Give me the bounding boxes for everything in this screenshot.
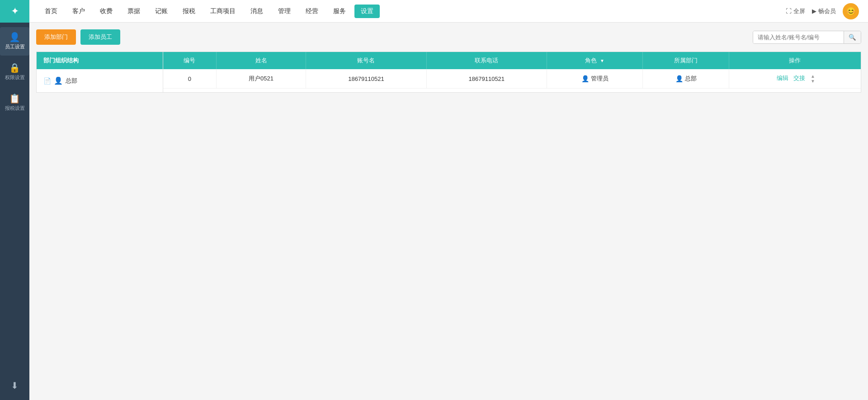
cell-name: 用户0521 [216, 69, 306, 89]
logo: ✦ [0, 0, 29, 23]
file-icon: 📄 [43, 77, 51, 85]
fullscreen-icon: ⛶ [786, 8, 792, 14]
permission-icon: 🔒 [9, 63, 20, 72]
dept-role-icon: 👤 [675, 75, 683, 82]
dept-tree-header: 部门组织结构 [37, 52, 163, 69]
nav-item-message[interactable]: 消息 [244, 5, 269, 18]
member-btn[interactable]: ▶ 畅会员 [812, 7, 836, 15]
employee-icon: 👤 [9, 33, 20, 42]
toolbar: 添加部门 添加员工 🔍 [36, 29, 861, 45]
col-header-role[interactable]: 角色 ▼ [547, 52, 643, 69]
content-area: 添加部门 添加员工 🔍 部门组织结构 📄 👤 总部 [29, 23, 868, 400]
nav-item-business[interactable]: 工商项目 [204, 5, 242, 18]
sidebar-download-btn[interactable]: ⬇ [0, 376, 29, 395]
nav-item-settings[interactable]: 设置 [354, 5, 380, 18]
taxsettings-icon: 📋 [9, 94, 20, 103]
logo-icon: ✦ [11, 5, 19, 17]
add-dept-button[interactable]: 添加部门 [36, 29, 76, 45]
cell-dept-label: 总部 [685, 75, 697, 83]
handover-link[interactable]: 交接 [793, 75, 805, 81]
member-label: 畅会员 [818, 7, 836, 15]
nav-item-invoice[interactable]: 票据 [121, 5, 146, 18]
filter-icon: ▼ [600, 58, 604, 63]
cell-actions: 编辑 交接 ▲ ▼ [729, 69, 861, 89]
top-nav: 首页 客户 收费 票据 记账 报税 工商项目 消息 管理 经营 服务 设置 [34, 5, 786, 18]
dept-tree-item-root[interactable]: 📄 👤 总部 [43, 74, 156, 88]
scroll-controls: ▲ ▼ [811, 74, 815, 84]
cell-dept: 👤 总部 [643, 69, 729, 89]
edit-link[interactable]: 编辑 [777, 75, 788, 81]
nav-item-tax[interactable]: 报税 [176, 5, 202, 18]
role-icon: 👤 [581, 75, 589, 82]
member-icon: ▶ [812, 8, 816, 14]
col-header-name: 姓名 [216, 52, 306, 69]
col-header-phone: 联系电话 [426, 52, 547, 69]
nav-item-home[interactable]: 首页 [38, 5, 64, 18]
dept-tree-body: 📄 👤 总部 [37, 69, 163, 92]
search-button[interactable]: 🔍 [844, 31, 861, 43]
search-box: 🔍 [753, 31, 861, 44]
dept-tree-item-root-label: 总部 [66, 77, 77, 85]
nav-item-customer[interactable]: 客户 [66, 5, 91, 18]
sidebar: 👤 员工设置 🔒 权限设置 📋 报税设置 ⬇ [0, 23, 29, 400]
sidebar-item-taxsettings[interactable]: 📋 报税设置 [0, 89, 29, 117]
scroll-down-btn[interactable]: ▼ [811, 79, 815, 84]
nav-item-operation[interactable]: 经营 [299, 5, 325, 18]
avatar-icon: 😊 [846, 6, 856, 16]
dept-user-icon: 👤 [54, 76, 63, 85]
cell-id: 0 [163, 69, 216, 89]
search-input[interactable] [753, 31, 844, 43]
employee-table: 编号 姓名 账号名 联系电话 角色 ▼ 所属部门 操作 [163, 52, 861, 92]
sidebar-item-employee[interactable]: 👤 员工设置 [0, 27, 29, 56]
cell-account: 18679110521 [306, 69, 426, 89]
col-header-dept: 所属部门 [643, 52, 729, 69]
nav-right: ⛶ 全屏 ▶ 畅会员 😊 [786, 3, 859, 19]
cell-role-label: 管理员 [591, 75, 609, 83]
sidebar-item-permission[interactable]: 🔒 权限设置 [0, 58, 29, 86]
nav-item-accounting[interactable]: 记账 [149, 5, 174, 18]
avatar[interactable]: 😊 [843, 3, 859, 19]
sidebar-bottom: ⬇ [0, 376, 29, 400]
col-header-id: 编号 [163, 52, 216, 69]
scroll-up-btn[interactable]: ▲ [811, 74, 815, 79]
content-split: 部门组织结构 📄 👤 总部 编号 姓名 账号名 [36, 52, 861, 93]
dept-tree: 部门组织结构 📄 👤 总部 [37, 52, 163, 92]
cell-role: 👤 管理员 [547, 69, 643, 89]
add-employee-button[interactable]: 添加员工 [80, 29, 120, 45]
col-header-role-label: 角色 [585, 57, 597, 64]
sidebar-item-permission-label: 权限设置 [5, 74, 25, 81]
col-header-actions: 操作 [729, 52, 861, 69]
fullscreen-btn[interactable]: ⛶ 全屏 [786, 7, 805, 15]
nav-item-service[interactable]: 服务 [327, 5, 352, 18]
download-icon: ⬇ [11, 381, 19, 390]
fullscreen-label: 全屏 [793, 7, 805, 15]
sidebar-item-employee-label: 员工设置 [5, 43, 25, 50]
employee-data-table: 编号 姓名 账号名 联系电话 角色 ▼ 所属部门 操作 [163, 52, 861, 89]
col-header-account: 账号名 [306, 52, 426, 69]
cell-phone: 18679110521 [426, 69, 547, 89]
nav-item-fee[interactable]: 收费 [94, 5, 119, 18]
nav-item-manage[interactable]: 管理 [272, 5, 297, 18]
table-row: 0 用户0521 18679110521 18679110521 👤 管理员 [163, 69, 861, 89]
sidebar-item-taxsettings-label: 报税设置 [5, 105, 25, 112]
